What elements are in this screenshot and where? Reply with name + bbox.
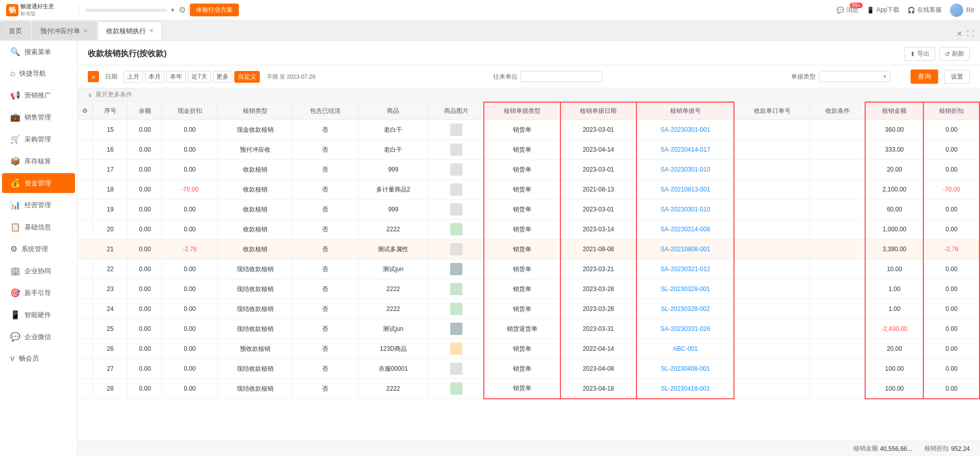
hardware-icon: 📱 <box>10 310 20 320</box>
cell-collection-condition <box>810 319 866 339</box>
filter-this-year[interactable]: 本年 <box>166 71 186 83</box>
sidebar-item-operation[interactable]: 📊 经营管理 <box>2 195 75 215</box>
sidebar-item-basic[interactable]: 📋 基础信息 <box>2 217 75 237</box>
cell-collection-condition <box>810 339 866 359</box>
cell-write-off-amount: 3,390.00 <box>865 239 923 259</box>
sidebar-item-guide[interactable]: 🎯 新手引导 <box>2 283 75 303</box>
bill-no-link[interactable]: SA-20230414-017 <box>660 146 710 153</box>
bill-no-link[interactable]: SA-20230301-010 <box>660 206 710 213</box>
online-service-btn[interactable]: 🎧 在线客服 <box>908 6 942 14</box>
cell-write-off-amount: 20.00 <box>865 160 923 180</box>
cell-row-num: 21 <box>93 239 128 259</box>
cell-bill-type: 销货单 <box>484 180 560 200</box>
bill-no-link[interactable]: SL-20230328-001 <box>661 285 710 293</box>
tab-prepay[interactable]: 预付冲应付单 ✕ <box>32 21 96 40</box>
cell-product-image <box>429 140 484 160</box>
messages-btn[interactable]: 💬 消息 99+ <box>837 6 859 14</box>
cell-balance: 0.00 <box>128 379 162 399</box>
top-bar-right: 💬 消息 99+ 📱 App下载 🎧 在线客服 Rit <box>837 4 974 17</box>
tab-home[interactable]: 首页 <box>0 21 31 40</box>
expand-more-bar[interactable]: ∨ 展开更多条件 <box>78 88 980 102</box>
bill-no-link[interactable]: SA-20230301-010 <box>660 166 710 173</box>
cell-bill-date: 2021-08-08 <box>560 239 636 259</box>
message-icon: 💬 <box>837 7 844 14</box>
maximize-icon[interactable]: ⛶ <box>967 30 974 38</box>
close-window-icon[interactable]: ✕ <box>957 30 963 38</box>
member-icon: V <box>10 355 15 363</box>
filter-last-month[interactable]: 上月 <box>124 71 143 83</box>
cell-collection-condition <box>810 279 866 299</box>
bill-no-link[interactable]: SA-20230314-008 <box>660 226 710 233</box>
refresh-button[interactable]: ↺ 刷新 <box>939 47 970 61</box>
bill-no-link[interactable]: SA-20230331-026 <box>660 325 710 332</box>
tab-bar-right: ✕ ⛶ <box>950 30 980 40</box>
col-settings[interactable]: ⚙ <box>78 102 93 120</box>
export-button[interactable]: ⬆ 导出 <box>904 47 935 61</box>
filter-last-7days[interactable]: 近7天 <box>188 71 211 83</box>
bill-no-link[interactable]: SA-20210808-001 <box>660 246 710 253</box>
purchase-icon: 🛒 <box>10 134 20 144</box>
cell-product-image <box>429 279 484 299</box>
cell-bill-no: SL-20230408-001 <box>636 359 734 379</box>
gear-icon[interactable]: ⚙ <box>179 5 186 15</box>
bill-no-link[interactable]: SL-20230328-002 <box>661 305 710 313</box>
footer-amount: 核销金额 40,556,66... <box>853 444 912 453</box>
cell-collection-order-no <box>734 239 810 259</box>
bill-no-link[interactable]: SA-20230321-012 <box>660 266 710 273</box>
filter-settings-button[interactable]: 设置 <box>944 70 970 84</box>
search-icon: 🔍 <box>10 47 20 57</box>
app-download-btn[interactable]: 📱 App下载 <box>867 6 899 14</box>
cell-bill-date: 2023-04-18 <box>560 379 636 399</box>
filter-more-dates[interactable]: 更多 <box>213 71 232 83</box>
cell-include-settled: 否 <box>292 200 358 220</box>
marketing-icon: 📢 <box>10 90 20 100</box>
sidebar-item-purchase[interactable]: 🛒 采购管理 <box>2 129 75 149</box>
filter-this-month[interactable]: 本月 <box>145 71 164 83</box>
bill-no-link[interactable]: ABC-001 <box>673 345 698 352</box>
sidebar-item-marketing[interactable]: 📢 营销推广 <box>2 85 75 105</box>
tab-collection[interactable]: 收款核销执行 ✕ <box>97 21 162 40</box>
table-row: 26 0.00 0.00 预收款核销 否 123D商品 销货单 2022-04-… <box>78 339 979 359</box>
bill-no-link[interactable]: SA-20210813-001 <box>660 186 710 193</box>
sidebar-item-enterprise[interactable]: 🏢 企业协同 <box>2 261 75 281</box>
filter-query-button[interactable]: 查询 <box>911 69 938 84</box>
filter-expand-button[interactable]: » <box>88 71 99 82</box>
bill-no-link[interactable]: SL-20230418-001 <box>661 385 710 392</box>
solution-button[interactable]: 体验行业方案 <box>190 4 239 16</box>
cell-product: 测试jun <box>358 259 429 279</box>
table-row: 23 0.00 0.00 现结收款核销 否 2222 销货单 2023-03-2… <box>78 279 979 299</box>
cell-collection-order-no <box>734 120 810 140</box>
bill-no-link[interactable]: SA-20230301-001 <box>660 126 710 133</box>
sidebar-item-wechat[interactable]: 💬 企业微信 <box>2 327 75 347</box>
search-bar[interactable] <box>85 9 167 12</box>
dropdown-arrow[interactable]: ▾ <box>171 6 175 14</box>
sidebar-item-system[interactable]: ⚙ 系统管理 <box>2 239 75 259</box>
tab-collection-close[interactable]: ✕ <box>149 28 154 34</box>
tab-prepay-close[interactable]: ✕ <box>83 28 88 34</box>
filter-custom-btn[interactable]: 自定义 <box>234 71 260 83</box>
sidebar-label-guide: 新手引导 <box>24 289 51 298</box>
cell-write-off-discount: 0.00 <box>923 259 979 279</box>
filter-order-type-select[interactable] <box>819 71 890 82</box>
brand-name: 畅捷通好生意 标准版 <box>20 3 54 17</box>
sidebar-item-search[interactable]: 🔍 搜索菜单 <box>2 42 75 62</box>
sidebar-item-finance[interactable]: 💰 资金管理 <box>2 173 75 193</box>
sidebar-item-sales[interactable]: 💼 销售管理 <box>2 107 75 127</box>
sidebar-item-hardware[interactable]: 📱 智能硬件 <box>2 305 75 325</box>
sidebar-item-quick-nav[interactable]: ⌂ 快捷导航 <box>2 64 75 83</box>
sidebar-item-member[interactable]: V 畅会员 <box>2 349 75 368</box>
cell-settings <box>78 359 93 379</box>
filter-select-wrap <box>819 71 890 82</box>
sidebar-item-inventory[interactable]: 📦 库存核算 <box>2 151 75 171</box>
cell-write-off-amount: 2,100.00 <box>865 180 923 200</box>
cell-write-off-amount: 1,000.00 <box>865 220 923 239</box>
filter-from-unit-input[interactable] <box>521 71 602 82</box>
settings-icon: ⚙ <box>82 107 88 114</box>
cell-bill-date: 2023-03-21 <box>560 259 636 279</box>
bill-no-link[interactable]: SL-20230408-001 <box>661 365 710 372</box>
sidebar-label-basic: 基础信息 <box>24 223 51 232</box>
cell-balance: 0.00 <box>128 279 162 299</box>
user-area[interactable]: Rit <box>950 4 974 17</box>
footer-amount-value: 40,556,66... <box>880 445 912 452</box>
cell-collection-order-no <box>734 299 810 319</box>
